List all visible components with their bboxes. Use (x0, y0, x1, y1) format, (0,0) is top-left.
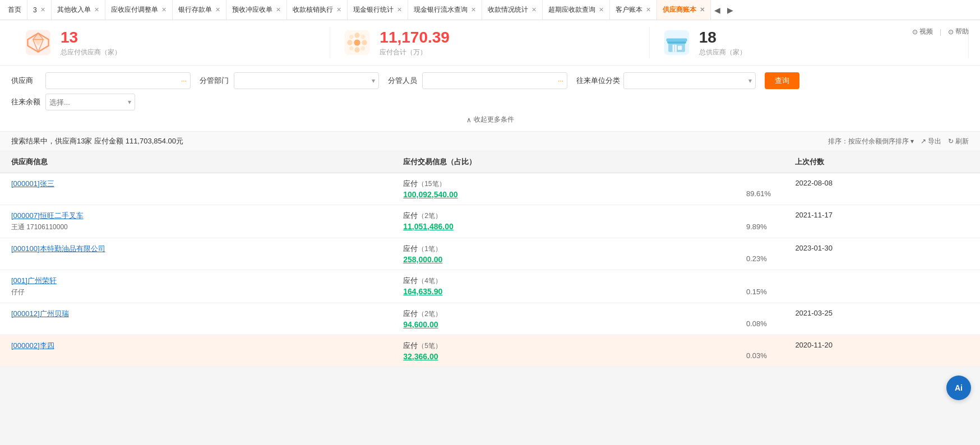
nav-tab-3[interactable]: 3 ✕ (27, 0, 52, 20)
nav-tab-adjustment[interactable]: 应收应付调整单 ✕ (105, 0, 173, 20)
query-button[interactable]: 查询 (765, 72, 799, 89)
category-filter-input[interactable]: ▾ (623, 72, 756, 89)
nav-tab-cash-flow[interactable]: 现金银行流水查询 ✕ (408, 0, 482, 20)
refresh-btn[interactable]: ↻ 刷新 (948, 137, 969, 146)
nav-tab-recv-stat[interactable]: 收款情况统计 ✕ (482, 0, 543, 20)
nav-tab-adjustment-close[interactable]: ✕ (161, 6, 167, 13)
nav-tab-prepay-recv[interactable]: 预收冲应收单 ✕ (226, 0, 287, 20)
balance-chevron-icon[interactable]: ▾ (128, 98, 131, 106)
cell-percent-2: 0.23% (735, 238, 784, 270)
nav-tab-cash-stat-close[interactable]: ✕ (397, 6, 402, 13)
cell-payable-info-4: 应付（2笔）94,600.00 (392, 303, 735, 335)
nav-tab-customer-book-close[interactable]: ✕ (646, 6, 651, 13)
nav-tab-bank-deposit[interactable]: 银行存款单 ✕ (173, 0, 226, 20)
category-chevron-icon[interactable]: ▾ (748, 77, 752, 85)
cell-last-pay-4: 2021-03-25 (784, 303, 980, 335)
cell-percent-5: 0.03% (735, 335, 784, 367)
table-row: [000007]恒旺二手叉车王通 17106110000应付（2笔）11,051… (0, 205, 980, 238)
nav-tab-cash-flow-label: 现金银行流水查询 (414, 5, 468, 15)
cell-payable-info-1: 应付（2笔）11,051,486.00 (392, 205, 735, 238)
balance-filter-input[interactable]: ▾ (45, 94, 135, 110)
balance-input[interactable] (49, 98, 128, 106)
supplier-link-3[interactable]: [001]广州荣轩 (11, 276, 57, 285)
supplier-link-4[interactable]: [000012]广州贝瑞 (11, 309, 69, 318)
dept-input[interactable] (238, 77, 372, 85)
help-link[interactable]: ⊙ 帮助 (948, 27, 969, 36)
payable-label-4: 应付 (403, 309, 418, 318)
supplier-link-1[interactable]: [000007]恒旺二手叉车 (11, 211, 84, 220)
nav-tab-cash-stat-label: 现金银行统计 (353, 5, 394, 15)
person-input[interactable] (426, 77, 558, 85)
svg-point-17 (361, 47, 365, 50)
payable-label-2: 应付 (403, 244, 418, 253)
supplier-link-0[interactable]: [000001]张三 (11, 179, 54, 188)
svg-point-16 (349, 47, 353, 50)
cell-last-pay-2: 2023-01-30 (784, 238, 980, 270)
top-navigation: 首页 3 ✕ 其他收入单 ✕ 应收应付调整单 ✕ 银行存款单 ✕ 预收冲应收单 … (0, 0, 980, 20)
cell-last-pay-5: 2020-11-20 (784, 335, 980, 367)
nav-tab-recv-stat-close[interactable]: ✕ (531, 6, 537, 13)
payable-amount-3[interactable]: 164,635.90 (403, 287, 724, 296)
nav-tab-other-income-close[interactable]: ✕ (94, 6, 99, 13)
nav-tab-overdue-label: 超期应收款查询 (548, 5, 595, 15)
nav-tab-cash-stat[interactable]: 现金银行统计 ✕ (348, 0, 408, 20)
nav-next-arrow[interactable]: ▶ (724, 0, 737, 20)
nav-prev-arrow[interactable]: ◀ (711, 0, 724, 20)
col-header-supplier: 供应商信息 (0, 151, 392, 173)
filter-item-supplier: 供应商 ··· (11, 72, 191, 89)
cell-supplier-info-2: [000100]本特勤油品有限公司 (0, 238, 392, 270)
dept-chevron-icon[interactable]: ▾ (372, 77, 375, 85)
nav-tab-other-income[interactable]: 其他收入单 ✕ (52, 0, 105, 20)
nav-tab-cash-flow-close[interactable]: ✕ (471, 6, 476, 13)
nav-tab-recv-verify-close[interactable]: ✕ (336, 6, 341, 13)
nav-tab-home[interactable]: 首页 (2, 0, 27, 20)
supplier-link-2[interactable]: [000100]本特勤油品有限公司 (11, 244, 105, 253)
nav-tab-bank-deposit-close[interactable]: ✕ (215, 6, 220, 13)
category-filter-label: 往来单位分类 (576, 76, 620, 86)
payable-percent-3: 0.15% (746, 288, 767, 296)
supplier-input[interactable] (49, 77, 181, 85)
nav-tab-supplier-book-close[interactable]: ✕ (700, 6, 705, 13)
person-dots-icon[interactable]: ··· (558, 77, 563, 85)
dept-filter-input[interactable]: ▾ (234, 72, 379, 89)
nav-tab-supplier-book[interactable]: 供应商账本 ✕ (657, 0, 711, 20)
supplier-link-5[interactable]: [000002]李四 (11, 341, 54, 350)
collapse-btn[interactable]: ∧ 收起更多条件 (466, 115, 514, 124)
payable-amount-5[interactable]: 32,366.00 (403, 352, 724, 361)
data-table-container: 供应商信息 应付交易信息（占比） 上次付数 [000001]张三应付（15笔）1… (0, 151, 980, 367)
supplier-filter-input[interactable]: ··· (45, 72, 191, 89)
nav-tab-customer-book[interactable]: 客户账本 ✕ (610, 0, 657, 20)
export-btn[interactable]: ↗ 导出 (921, 137, 941, 146)
cell-payable-info-5: 应付（5笔）32,366.00 (392, 335, 735, 367)
stat-block-payable-total: 11,170.39 应付合计（万） (330, 27, 649, 58)
table-header: 供应商信息 应付交易信息（占比） 上次付数 (0, 151, 980, 173)
payable-amount-4[interactable]: 94,600.00 (403, 320, 724, 329)
dept-filter-label: 分管部门 (200, 76, 230, 86)
payable-amount-1[interactable]: 11,051,486.00 (403, 222, 724, 231)
payable-amount-0[interactable]: 100,092,540.00 (403, 190, 724, 199)
nav-tab-supplier-book-label: 供应商账本 (663, 5, 696, 15)
nav-tab-recv-verify[interactable]: 收款核销执行 ✕ (287, 0, 348, 20)
payable-amount-2[interactable]: 258,000.00 (403, 255, 724, 264)
last-pay-date-0: 2022-08-08 (795, 179, 833, 187)
stat-label-payable-total: 应付合计（万） (380, 48, 450, 57)
sort-select[interactable]: 排序：按应付余额倒序排序 ▾ (828, 137, 914, 146)
nav-tab-prepay-recv-close[interactable]: ✕ (276, 6, 281, 13)
header-actions: ⊙ 视频 | ⊙ 帮助 (912, 27, 969, 36)
payable-count-0: （15笔） (418, 180, 445, 188)
supplier-sub-3: 仔仔 (11, 288, 381, 297)
supplier-dots-icon[interactable]: ··· (181, 77, 187, 85)
category-input[interactable] (627, 77, 748, 85)
video-link[interactable]: ⊙ 视频 (912, 27, 933, 36)
stat-info-1: 13 总应付供应商（家） (61, 28, 121, 58)
cell-payable-info-2: 应付（1笔）258,000.00 (392, 238, 735, 270)
video-label: 视频 (919, 27, 933, 36)
filter-row-1: 供应商 ··· 分管部门 ▾ 分管人员 ··· 往来单位分类 (11, 72, 969, 89)
result-text: 搜索结果中，供应商13家 应付金额 111,703,854.00元 (11, 136, 183, 146)
header-stats: 13 总应付供应商（家） 11,170.39 应付合计（万） (0, 20, 980, 66)
nav-tab-overdue[interactable]: 超期应收款查询 ✕ (543, 0, 610, 20)
person-filter-input[interactable]: ··· (422, 72, 567, 89)
stat-block-suppliers-payable: 13 总应付供应商（家） (11, 27, 330, 58)
nav-tab-overdue-close[interactable]: ✕ (599, 6, 604, 13)
nav-tab-3-close[interactable]: ✕ (40, 6, 45, 13)
